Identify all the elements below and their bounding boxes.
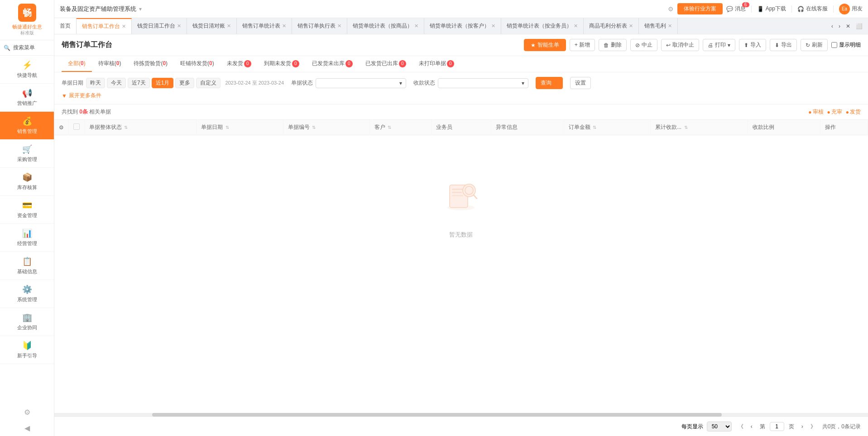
- sort-collected[interactable]: ⇅: [684, 125, 688, 130]
- nav-tabs-close-all[interactable]: ✕: [844, 22, 852, 30]
- tab-cash-daily[interactable]: 钱货日清工作台 ✕: [132, 18, 187, 34]
- page-next-btn[interactable]: ›: [799, 422, 806, 431]
- filter-tab-not-shipped[interactable]: 未发货0: [221, 56, 258, 72]
- review-action-btn[interactable]: ● 审核: [808, 108, 823, 116]
- add-btn[interactable]: + 新增: [570, 39, 595, 51]
- sidebar-item-inventory[interactable]: 📦 库存核算: [0, 168, 54, 196]
- sidebar-settings-btn[interactable]: ⚙: [0, 404, 54, 420]
- set-btn[interactable]: 设置: [570, 77, 591, 89]
- import-btn[interactable]: ⬆ 导入: [739, 39, 766, 51]
- date-btn-today[interactable]: 今天: [107, 78, 126, 88]
- sidebar-item-system[interactable]: ⚙️ 系统管理: [0, 280, 54, 308]
- th-gear[interactable]: ⚙: [54, 120, 69, 135]
- filter-tab-pending-inspect[interactable]: 待拣货验货(0): [127, 56, 174, 72]
- date-btn-7days[interactable]: 近7天: [128, 78, 150, 88]
- nav-tabs-next[interactable]: ›: [837, 22, 842, 30]
- page-size-select[interactable]: 10 20 50 100: [707, 422, 732, 431]
- tab-sales-stats-close[interactable]: ✕: [282, 23, 286, 29]
- sort-date[interactable]: ⇅: [225, 125, 229, 130]
- sidebar-item-operations[interactable]: 📊 经营管理: [0, 224, 54, 252]
- app-download-btn[interactable]: 📱 App下载: [757, 5, 786, 13]
- smart-btn[interactable]: ★ 智能生单: [524, 39, 566, 51]
- tab-sales-by-customer[interactable]: 销货单统计表（按客户） ✕: [424, 18, 501, 34]
- sidebar-item-marketing[interactable]: 📢 营销推广: [0, 84, 54, 112]
- sidebar-item-basic-info[interactable]: 📋 基础信息: [0, 252, 54, 280]
- stop-btn[interactable]: ⊘ 中止: [630, 39, 657, 51]
- query-btn[interactable]: 查询: [536, 77, 563, 89]
- sidebar-search[interactable]: 🔍 搜索菜单: [0, 40, 54, 56]
- online-service-label: 在线客服: [806, 5, 828, 13]
- tab-cash-reconcile[interactable]: 钱货日清对账 ✕: [187, 18, 237, 34]
- filter-tab-overdue-ship[interactable]: 到期未发货0: [258, 56, 306, 72]
- tab-sales-by-product[interactable]: 销货单统计表（按商品） ✕: [347, 18, 424, 34]
- show-detail-input[interactable]: [831, 42, 837, 48]
- tab-sales-more[interactable]: 销售毛利 ✕: [639, 18, 678, 34]
- filter-tab-all[interactable]: 全部(0): [62, 56, 92, 72]
- user-btn[interactable]: Ea 用友: [839, 4, 863, 14]
- sort-status[interactable]: ⇅: [124, 125, 128, 130]
- nav-tabs-maximize[interactable]: ⬜: [854, 22, 864, 30]
- filter-tab-shipped-not-out[interactable]: 已发货未出库0: [306, 56, 359, 72]
- sort-number[interactable]: ⇅: [312, 125, 316, 130]
- sort-customer[interactable]: ⇅: [388, 125, 391, 130]
- sidebar-collapse-btn[interactable]: ◀: [0, 420, 54, 436]
- tab-sales-more-close[interactable]: ✕: [668, 23, 672, 29]
- filter-tab-pending-review[interactable]: 待审核(0): [92, 56, 128, 72]
- expand-more-btn[interactable]: ▼ 展开更多条件: [62, 92, 861, 100]
- tab-sales-by-customer-close[interactable]: ✕: [491, 23, 495, 29]
- topbar-gear-icon[interactable]: ⚙: [668, 5, 674, 13]
- filter-tab-wangpu-ship[interactable]: 旺铺待发货(0): [174, 56, 221, 72]
- tab-cash-daily-close[interactable]: ✕: [177, 23, 181, 29]
- tab-sales-by-staff[interactable]: 销货单统计表（按业务员） ✕: [501, 18, 584, 34]
- date-btn-1month[interactable]: 近1月: [152, 78, 174, 88]
- tab-home[interactable]: 首页: [54, 18, 77, 34]
- filter-tab-shipped-out[interactable]: 已发货已出库0: [359, 56, 412, 72]
- nav-tabs-prev[interactable]: ‹: [830, 22, 835, 30]
- date-btn-custom[interactable]: 自定义: [196, 78, 221, 88]
- sidebar-item-sales[interactable]: 💰 销售管理: [0, 112, 54, 140]
- horizontal-scrollbar[interactable]: [54, 413, 868, 417]
- tab-sales-by-staff-close[interactable]: ✕: [574, 23, 578, 29]
- page-first-btn[interactable]: 《: [735, 422, 746, 431]
- th-checkbox[interactable]: [69, 120, 85, 135]
- tab-sales-workbench[interactable]: 销售订单工作台 ✕: [77, 18, 132, 34]
- tab-sales-exec-close[interactable]: ✕: [337, 23, 341, 29]
- online-service-btn[interactable]: 🎧 在线客服: [797, 5, 828, 13]
- page-last-btn[interactable]: 》: [808, 422, 819, 431]
- date-btn-more[interactable]: 更多: [175, 78, 194, 88]
- tab-gross-profit-close[interactable]: ✕: [629, 23, 633, 29]
- topbar-dropdown-arrow[interactable]: ▾: [139, 6, 142, 12]
- page-prev-btn[interactable]: ‹: [748, 422, 755, 431]
- sidebar-item-guide[interactable]: 🔰 新手引导: [0, 336, 54, 364]
- sort-amount[interactable]: ⇅: [593, 125, 596, 130]
- svg-rect-3: [452, 192, 462, 193]
- filter-tab-not-printed[interactable]: 未打印单据0: [412, 56, 460, 72]
- ship-action-btn[interactable]: ● 发货: [846, 108, 861, 116]
- page-input[interactable]: [770, 422, 784, 431]
- sidebar-item-finance[interactable]: 💳 资金管理: [0, 196, 54, 224]
- tab-gross-profit[interactable]: 商品毛利分析表 ✕: [584, 18, 639, 34]
- tab-sales-exec[interactable]: 销售订单执行表 ✕: [292, 18, 347, 34]
- purchase-icon: 🛒: [22, 144, 32, 154]
- tab-sales-by-product-close[interactable]: ✕: [414, 23, 418, 29]
- export-btn[interactable]: ⬇ 导出: [770, 39, 797, 51]
- show-detail-checkbox[interactable]: 显示明细: [831, 41, 861, 49]
- print-btn[interactable]: 🖨 打印 ▾: [703, 39, 735, 51]
- cancel-stop-btn[interactable]: ↩ 取消中止: [661, 39, 699, 51]
- sidebar-item-enterprise[interactable]: 🏢 企业协同: [0, 308, 54, 336]
- collection-select[interactable]: ▾: [438, 78, 528, 88]
- delete-btn[interactable]: 🗑 删除: [599, 39, 627, 51]
- unreviewed-action-btn[interactable]: ● 充审: [827, 108, 842, 116]
- scrollbar-thumb[interactable]: [152, 413, 722, 417]
- trial-btn[interactable]: 体验行业方案: [677, 3, 723, 14]
- tab-sales-stats[interactable]: 销售订单统计表 ✕: [237, 18, 292, 34]
- tab-sales-workbench-close[interactable]: ✕: [122, 24, 126, 29]
- refresh-btn[interactable]: ↻ 刷新: [801, 39, 828, 51]
- sidebar-item-purchase[interactable]: 🛒 采购管理: [0, 140, 54, 168]
- tab-cash-reconcile-close[interactable]: ✕: [227, 23, 231, 29]
- status-select[interactable]: ▾: [316, 78, 406, 88]
- message-btn[interactable]: 💬 消息 6: [726, 5, 746, 13]
- sidebar-item-quick-nav[interactable]: ⚡ 快捷导航: [0, 56, 54, 84]
- date-btn-yesterday[interactable]: 昨天: [86, 78, 105, 88]
- th-number: 单据编号 ⇅: [283, 120, 369, 135]
